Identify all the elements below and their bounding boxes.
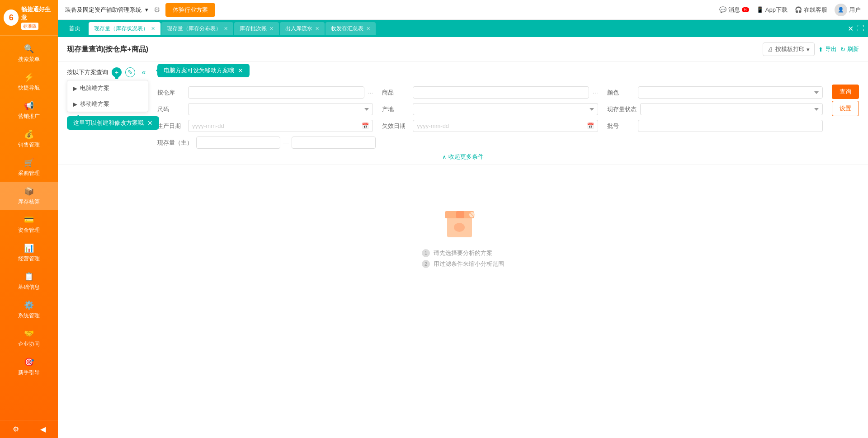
edit-popover: 这里可以创建和修改方案哦 ✕ bbox=[67, 116, 159, 130]
tab-home[interactable]: 首页 bbox=[61, 22, 88, 35]
sidebar-item-search-menu[interactable]: 🔍 搜索菜单 bbox=[0, 39, 58, 68]
sidebar-item-sales[interactable]: 💰 销售管理 bbox=[0, 125, 58, 153]
scheme-popover-close[interactable]: ✕ bbox=[238, 67, 243, 74]
message-item[interactable]: 💬 消息 6 bbox=[719, 6, 749, 14]
tab-close-icon[interactable]: ✕ bbox=[224, 26, 228, 32]
tab-label: 收发存汇总表 bbox=[331, 25, 363, 33]
tab-close-icon[interactable]: ✕ bbox=[315, 26, 319, 32]
content-area: 现存量查询(按仓库+商品) 🖨 按模板打印 ▾ ⬆ 导出 ↻ 刷新 bbox=[58, 37, 868, 438]
stock-qty-from[interactable] bbox=[196, 137, 280, 149]
scheme-item-desktop[interactable]: ▶ 电脑端方案 bbox=[67, 80, 148, 96]
collapse-bar[interactable]: ∧ 收起更多条件 bbox=[67, 149, 859, 165]
origin-select[interactable] bbox=[413, 103, 598, 115]
sidebar-item-finance[interactable]: 💳 资金管理 bbox=[0, 210, 58, 239]
stock-qty-label: 现存量（主） bbox=[157, 139, 193, 147]
tab-close-icon[interactable]: ✕ bbox=[366, 26, 370, 32]
export-btn[interactable]: ⬆ 导出 bbox=[818, 45, 837, 53]
edit-popover-text: 这里可以创建和修改方案哦 bbox=[73, 119, 144, 127]
online-service-item[interactable]: 🎧 在线客服 bbox=[795, 6, 827, 14]
add-scheme-btn[interactable]: + bbox=[112, 67, 122, 77]
scheme-item-mobile[interactable]: ▶ 移动端方案 bbox=[67, 96, 148, 112]
sidebar-item-label: 销售管理 bbox=[18, 141, 40, 149]
reset-btn[interactable]: 设置 bbox=[832, 101, 859, 116]
refresh-btn[interactable]: ↻ 刷新 bbox=[840, 45, 859, 53]
sidebar-item-inventory[interactable]: 📦 库存核算 bbox=[0, 182, 58, 210]
batch-label: 批号 bbox=[607, 122, 634, 130]
settings-gear-icon[interactable]: ⚙ bbox=[154, 5, 160, 14]
batch-input[interactable] bbox=[638, 120, 823, 132]
sidebar-item-enterprise[interactable]: 🤝 企业协同 bbox=[0, 324, 58, 353]
stock-qty-to[interactable] bbox=[292, 137, 376, 149]
warehouse-input[interactable] bbox=[188, 86, 364, 99]
filter-row-origin: 产地 bbox=[382, 103, 598, 115]
sidebar-item-basic[interactable]: 📋 基础信息 bbox=[0, 267, 58, 296]
tab-inventory-dist[interactable]: 现存量（库存分布表） ✕ bbox=[161, 22, 233, 35]
empty-state: 1 请先选择要分析的方案 2 用过滤条件来缩小分析范围 bbox=[58, 165, 868, 307]
sidebar-item-label: 库存核算 bbox=[18, 198, 40, 206]
print-icon: 🖨 bbox=[768, 46, 774, 53]
collapse-sidebar-button[interactable]: ◀ bbox=[40, 425, 46, 433]
chevron-right-icon: ▶ bbox=[73, 85, 77, 92]
back-btn[interactable]: « bbox=[139, 67, 149, 77]
tab-fullscreen-icon[interactable]: ⛶ bbox=[857, 24, 864, 33]
expire-date-placeholder: yyyy-mm-dd bbox=[417, 122, 449, 129]
scheme-popover: 电脑方案可设为移动方案哦 ✕ bbox=[157, 64, 250, 77]
scheme-list: ▶ 电脑端方案 ▶ 移动端方案 bbox=[67, 80, 148, 112]
guide-icon: 🎯 bbox=[24, 357, 34, 367]
tab-close-all-icon[interactable]: ✕ bbox=[848, 24, 854, 33]
settings-button[interactable]: ⚙ bbox=[13, 425, 19, 433]
export-label: 导出 bbox=[825, 45, 837, 53]
edit-popover-close[interactable]: ✕ bbox=[147, 119, 153, 127]
experience-btn[interactable]: 体验行业方案 bbox=[165, 3, 215, 17]
color-select[interactable] bbox=[638, 86, 823, 99]
tab-inventory-status[interactable]: 现存量（库存状况表） ✕ bbox=[89, 22, 160, 35]
empty-box-svg bbox=[440, 201, 486, 242]
goods-input[interactable] bbox=[413, 86, 589, 99]
inventory-icon: 📦 bbox=[24, 186, 34, 196]
tab-close-icon[interactable]: ✕ bbox=[151, 26, 155, 32]
tab-close-icon[interactable]: ✕ bbox=[269, 26, 274, 32]
prod-date-placeholder: yyyy-mm-dd bbox=[192, 122, 224, 129]
sidebar-item-label: 经营管理 bbox=[18, 255, 40, 263]
tab-in-out-flow[interactable]: 出入库流水 ✕ bbox=[280, 22, 325, 35]
page-header: 现存量查询(按仓库+商品) 🖨 按模板打印 ▾ ⬆ 导出 ↻ 刷新 bbox=[58, 37, 868, 62]
sidebar-item-label: 系统管理 bbox=[18, 312, 40, 320]
chevron-down-icon: ▾ bbox=[807, 46, 810, 53]
expire-date-input[interactable]: yyyy-mm-dd 📅 bbox=[413, 120, 598, 132]
user-label: 用户 bbox=[849, 6, 861, 14]
sidebar-footer: ⚙ ◀ bbox=[0, 420, 58, 438]
tab-label: 出入库流水 bbox=[285, 25, 312, 33]
stock-qty-range: — bbox=[196, 137, 376, 149]
prod-date-input[interactable]: yyyy-mm-dd 📅 bbox=[188, 120, 373, 132]
sidebar-item-label: 资金管理 bbox=[18, 226, 40, 234]
operations-icon: 📊 bbox=[24, 243, 34, 253]
quick-nav-icon: ⚡ bbox=[24, 72, 34, 82]
sidebar-item-system[interactable]: ⚙️ 系统管理 bbox=[0, 296, 58, 324]
tab-collect-send[interactable]: 收发存汇总表 ✕ bbox=[326, 22, 376, 35]
edit-scheme-btn[interactable]: ✎ bbox=[125, 67, 135, 77]
goods-dots-btn[interactable]: ··· bbox=[593, 89, 598, 96]
system-selector[interactable]: 装备及固定资产辅助管理系统 ▾ bbox=[65, 6, 148, 14]
app-download-item[interactable]: 📱 App下载 bbox=[756, 6, 788, 14]
sidebar-item-purchase[interactable]: 🛒 采购管理 bbox=[0, 153, 58, 182]
sidebar-item-label: 采购管理 bbox=[18, 170, 40, 177]
status-select[interactable] bbox=[640, 103, 823, 115]
template-print-label: 按模板打印 bbox=[775, 45, 805, 53]
sidebar-item-guide[interactable]: 🎯 新手引导 bbox=[0, 353, 58, 381]
search-btn[interactable]: 查询 bbox=[832, 85, 859, 99]
tabbar: 首页 现存量（库存状况表） ✕ 现存量（库存分布表） ✕ 库存批次账 ✕ 出入库… bbox=[58, 20, 868, 37]
logo-icon: 6 bbox=[4, 9, 19, 26]
topbar: 装备及固定资产辅助管理系统 ▾ ⚙ 体验行业方案 💬 消息 6 📱 App下载 … bbox=[58, 0, 868, 20]
size-select[interactable] bbox=[188, 103, 373, 115]
tab-batch-ledger[interactable]: 库存批次账 ✕ bbox=[234, 22, 279, 35]
filter-indicator-dot bbox=[115, 75, 118, 79]
hint-number-2: 2 bbox=[422, 260, 430, 268]
warehouse-dots-btn[interactable]: ··· bbox=[368, 89, 373, 96]
sidebar-item-operations[interactable]: 📊 经营管理 bbox=[0, 239, 58, 267]
avatar: 👤 bbox=[835, 4, 847, 16]
sidebar-item-marketing[interactable]: 📢 营销推广 bbox=[0, 96, 58, 125]
template-print-btn[interactable]: 🖨 按模板打印 ▾ bbox=[763, 42, 815, 56]
sidebar-item-quick-nav[interactable]: ⚡ 快捷导航 bbox=[0, 68, 58, 96]
sidebar: 6 畅捷通好生意 标准版 🔍 搜索菜单 ⚡ 快捷导航 📢 营销推广 💰 销售管理… bbox=[0, 0, 58, 438]
user-item[interactable]: 👤 用户 bbox=[835, 4, 861, 16]
